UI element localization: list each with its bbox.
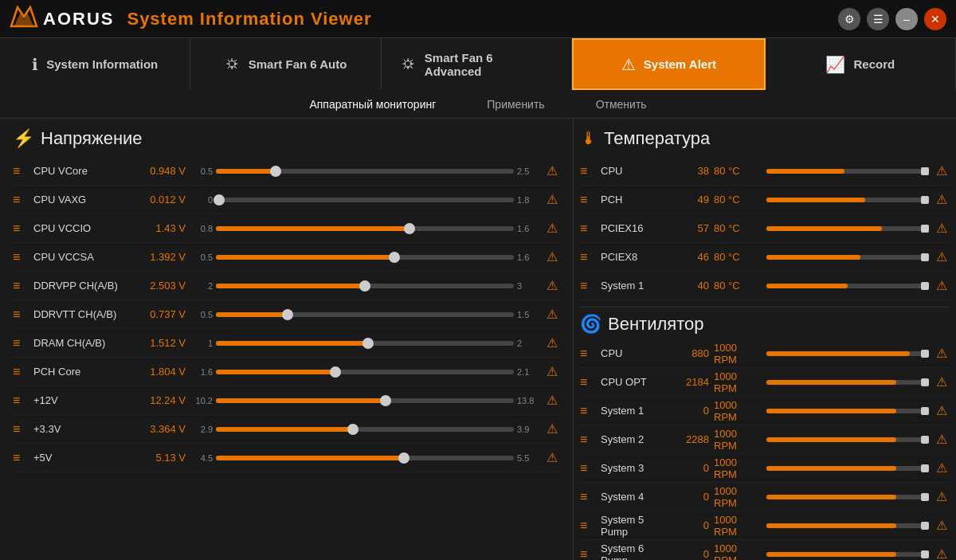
slider-thumb[interactable] [398, 452, 409, 464]
temp-slider-thumb[interactable] [921, 253, 929, 261]
fan-slider-thumb[interactable] [921, 493, 929, 501]
fan-slider-thumb[interactable] [921, 522, 929, 530]
temp-slider-thumb[interactable] [921, 225, 929, 233]
voltage-slider[interactable]: 4.5 5.5 [190, 453, 539, 463]
temp-slider[interactable] [766, 284, 929, 288]
alert-triangle-icon[interactable]: ⚠ [544, 421, 560, 437]
voltage-slider[interactable]: 0 1.8 [190, 195, 539, 205]
slider-thumb[interactable] [330, 366, 341, 378]
fan-alert-icon[interactable]: ⚠ [934, 489, 950, 504]
alert-triangle-icon[interactable]: ⚠ [544, 163, 560, 178]
temp-slider-track[interactable] [766, 255, 929, 260]
temp-slider-thumb[interactable] [921, 282, 929, 290]
apply-btn[interactable]: Применить [477, 95, 554, 114]
temp-slider[interactable] [766, 198, 929, 202]
temp-slider[interactable] [766, 169, 929, 174]
temp-slider-thumb[interactable] [921, 167, 929, 175]
temp-alert-icon[interactable]: ⚠ [934, 192, 950, 207]
fan-slider-track[interactable] [766, 495, 929, 499]
slider-thumb[interactable] [389, 252, 400, 263]
fan-slider[interactable] [766, 351, 929, 356]
fan-alert-icon[interactable]: ⚠ [934, 346, 950, 361]
close-button[interactable]: ✕ [924, 8, 946, 30]
fan-alert-icon[interactable]: ⚠ [934, 546, 950, 560]
fan-alert-icon[interactable]: ⚠ [934, 518, 950, 533]
tab-system-alert[interactable]: ⚠ System Alert [572, 38, 765, 90]
temp-alert-icon[interactable]: ⚠ [934, 278, 950, 293]
temp-slider-track[interactable] [766, 284, 929, 288]
fan-slider-thumb[interactable] [921, 464, 929, 472]
fan-slider-track[interactable] [766, 380, 929, 385]
minimize-button[interactable]: – [895, 8, 918, 30]
fan-alert-icon[interactable]: ⚠ [934, 374, 950, 390]
slider-track[interactable] [216, 226, 514, 231]
fan-slider-thumb[interactable] [921, 550, 929, 558]
slider-thumb[interactable] [270, 166, 281, 177]
fan-slider-thumb[interactable] [921, 350, 929, 358]
slider-track[interactable] [216, 284, 514, 288]
voltage-slider[interactable]: 1.6 2.1 [190, 367, 539, 377]
slider-track[interactable] [216, 427, 514, 432]
voltage-slider[interactable]: 0.8 1.6 [190, 224, 539, 233]
slider-thumb[interactable] [282, 309, 293, 320]
fan-slider-track[interactable] [766, 437, 929, 442]
fan-slider-track[interactable] [766, 552, 929, 557]
alert-triangle-icon[interactable]: ⚠ [544, 335, 560, 350]
voltage-slider[interactable]: 0.5 2.5 [190, 166, 539, 176]
fan-slider-thumb[interactable] [921, 407, 929, 415]
fan-slider[interactable] [766, 552, 929, 557]
cancel-btn[interactable]: Отменить [586, 95, 656, 114]
temp-slider-track[interactable] [766, 198, 929, 202]
slider-track[interactable] [216, 312, 514, 317]
fan-slider-track[interactable] [766, 466, 929, 471]
slider-thumb[interactable] [404, 223, 415, 234]
alert-triangle-icon[interactable]: ⚠ [544, 364, 560, 379]
fan-slider-thumb[interactable] [921, 378, 929, 386]
temp-alert-icon[interactable]: ⚠ [934, 249, 950, 264]
alert-triangle-icon[interactable]: ⚠ [544, 278, 560, 293]
tab-smart-fan-advanced[interactable]: ⛭ Smart Fan 6 Advanced [382, 38, 572, 90]
voltage-slider[interactable]: 0.5 1.5 [190, 310, 539, 319]
slider-track[interactable] [216, 255, 514, 260]
list-button[interactable]: ☰ [867, 8, 889, 30]
fan-slider-thumb[interactable] [921, 436, 929, 444]
temp-slider-track[interactable] [766, 226, 929, 231]
temp-slider[interactable] [766, 226, 929, 231]
fan-slider[interactable] [766, 466, 929, 471]
slider-thumb[interactable] [347, 424, 358, 435]
alert-triangle-icon[interactable]: ⚠ [544, 393, 560, 408]
alert-triangle-icon[interactable]: ⚠ [544, 249, 560, 264]
voltage-slider[interactable]: 10.2 13.8 [190, 396, 539, 405]
fan-slider-track[interactable] [766, 351, 929, 356]
temp-alert-icon[interactable]: ⚠ [934, 221, 950, 236]
temp-slider-thumb[interactable] [921, 196, 929, 204]
settings-button[interactable]: ⚙ [838, 8, 860, 30]
slider-track[interactable] [216, 398, 514, 403]
slider-track[interactable] [216, 456, 514, 460]
slider-thumb[interactable] [362, 338, 374, 349]
fan-alert-icon[interactable]: ⚠ [934, 460, 950, 476]
slider-track[interactable] [216, 341, 514, 346]
temp-slider-track[interactable] [766, 169, 929, 174]
slider-track[interactable] [216, 169, 514, 174]
fan-slider[interactable] [766, 380, 929, 385]
alert-triangle-icon[interactable]: ⚠ [544, 450, 560, 465]
fan-slider[interactable] [766, 523, 929, 528]
fan-slider[interactable] [766, 409, 929, 413]
slider-thumb[interactable] [214, 194, 225, 206]
alert-triangle-icon[interactable]: ⚠ [544, 192, 560, 207]
fan-alert-icon[interactable]: ⚠ [934, 432, 950, 447]
slider-thumb[interactable] [380, 395, 391, 406]
alert-triangle-icon[interactable]: ⚠ [544, 221, 560, 236]
voltage-slider[interactable]: 0.5 1.6 [190, 253, 539, 262]
fan-slider-track[interactable] [766, 409, 929, 413]
tab-system-info[interactable]: ℹ System Information [0, 38, 190, 90]
alert-triangle-icon[interactable]: ⚠ [544, 307, 560, 322]
slider-track[interactable] [216, 198, 514, 202]
voltage-slider[interactable]: 1 2 [190, 339, 539, 348]
slider-track[interactable] [216, 370, 514, 374]
temp-alert-icon[interactable]: ⚠ [934, 163, 950, 178]
voltage-slider[interactable]: 2.9 3.9 [190, 425, 539, 434]
tab-smart-fan-auto[interactable]: ⛭ Smart Fan 6 Auto [190, 38, 381, 90]
tab-record[interactable]: 📈 Record [766, 38, 956, 90]
